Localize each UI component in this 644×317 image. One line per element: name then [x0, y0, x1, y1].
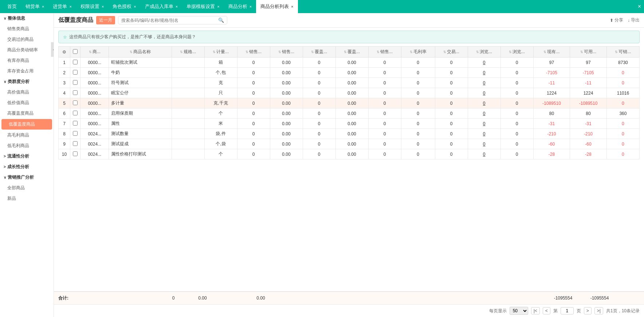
search-input[interactable] [121, 18, 218, 23]
row-no: 9 [59, 139, 70, 149]
nav-tab-purchase[interactable]: 进货单 × [48, 0, 76, 13]
nav-tab-roles[interactable]: 角色授权 × [108, 0, 140, 13]
sidebar-item-high-coverage[interactable]: 高覆盖度商品 [0, 108, 54, 119]
page-input[interactable] [561, 307, 574, 314]
row-sale3: 0 [368, 119, 401, 129]
table-container[interactable]: ⚙ ⇅商... ⇅商品名称 ⇅规格... ⇅计量... ⇅销售... ⇅销售..… [58, 46, 640, 291]
period-button[interactable]: 近一月 [96, 16, 115, 24]
sidebar-item-all-goods[interactable]: 全部商品 [0, 183, 54, 193]
sidebar-item-traded-goods[interactable]: 交易过的商品 [0, 34, 54, 45]
row-view1[interactable]: 0 [468, 68, 500, 78]
nav-tab-sales[interactable]: 销货单 × [21, 0, 48, 13]
row-gross: 0 [401, 129, 435, 139]
close-icon[interactable]: × [291, 0, 293, 13]
close-icon[interactable]: × [102, 0, 104, 13]
close-icon[interactable]: × [69, 0, 71, 13]
sidebar-item-low-value[interactable]: 低价值商品 [0, 98, 54, 108]
nav-tab-analysis-list[interactable]: 商品分析列表 × [256, 0, 298, 13]
nav-tab-products[interactable]: 产成品入库单 × [141, 0, 182, 13]
row-checkbox[interactable] [70, 98, 80, 108]
sidebar-section-marketing[interactable]: ∨ 营销推广分析 [0, 172, 54, 183]
row-stock2: -31 [570, 119, 607, 129]
close-icon[interactable]: × [134, 0, 136, 13]
row-stock2: -28 [570, 149, 607, 159]
nav-tab-home[interactable]: 首页 [3, 0, 21, 13]
col-checkbox[interactable] [70, 47, 80, 58]
close-all-button[interactable]: × [638, 3, 641, 10]
row-checkbox[interactable] [70, 108, 80, 119]
col-settings[interactable]: ⚙ [59, 47, 70, 58]
row-stock3: 0 [606, 68, 639, 78]
row-checkbox[interactable] [70, 149, 80, 159]
col-code: ⇅商... [80, 47, 109, 58]
row-name[interactable]: 启用保质期 [109, 108, 172, 119]
share-button[interactable]: ⬆ 分享 [610, 17, 623, 23]
row-name[interactable]: 符号测试 [109, 78, 172, 88]
close-icon[interactable]: × [217, 0, 219, 13]
page-label: 第 [553, 308, 558, 314]
page-size-select[interactable]: 50 100 200 [510, 307, 528, 315]
row-sale-qty: 0 [237, 149, 270, 159]
row-spec [172, 78, 204, 88]
row-checkbox[interactable] [70, 78, 80, 88]
sidebar-item-low-coverage[interactable]: 低覆盖度商品 [1, 119, 52, 130]
sidebar-item-high-value[interactable]: 高价值商品 [0, 87, 54, 98]
sidebar-section-overall[interactable]: ∨ 整体信息 [0, 13, 54, 24]
row-view1[interactable]: 0 [468, 78, 500, 88]
select-all-checkbox[interactable] [73, 49, 78, 54]
row-view2: 0 [500, 129, 533, 139]
row-stock2: -1089510 [570, 98, 607, 108]
row-view1[interactable]: 0 [468, 58, 500, 68]
next-page-button[interactable]: > [584, 307, 592, 314]
row-sale-qty: 0 [237, 119, 270, 129]
search-icon[interactable]: 🔍 [218, 17, 224, 23]
row-name[interactable]: 牛奶 [109, 68, 172, 78]
sidebar-item-new-goods[interactable]: 新品 [0, 193, 54, 204]
export-button[interactable]: ↓ 导出 [628, 17, 640, 23]
sidebar-item-sales-goods[interactable]: 销售类商品 [0, 24, 54, 34]
row-checkbox[interactable] [70, 139, 80, 149]
row-view1[interactable]: 0 [468, 98, 500, 108]
row-checkbox[interactable] [70, 88, 80, 98]
nav-tab-perms[interactable]: 权限设置 × [76, 0, 108, 13]
row-view1[interactable]: 0 [468, 129, 500, 139]
row-name[interactable]: 多计量 [109, 98, 172, 108]
nav-tab-analysis[interactable]: 商品分析 × [224, 0, 256, 13]
export-icon: ↓ [628, 18, 630, 23]
sidebar-item-low-gross[interactable]: 低毛利商品 [0, 140, 54, 151]
sidebar-section-flow[interactable]: > 流通性分析 [0, 151, 54, 162]
row-name[interactable]: 测试数量 [109, 129, 172, 139]
sidebar-item-in-stock[interactable]: 有库存商品 [0, 55, 54, 66]
sidebar-item-category-rate[interactable]: 商品分类动销率 [0, 45, 54, 55]
row-view1[interactable]: 0 [468, 108, 500, 119]
row-sale-qty: 0 [237, 58, 270, 68]
sidebar-section-cluster[interactable]: ∨ 类群度分析 [0, 76, 54, 87]
last-page-button[interactable]: >| [594, 307, 603, 314]
row-name[interactable]: 眠宝公仔 [109, 88, 172, 98]
row-unit: 箱 [204, 58, 237, 68]
row-view1[interactable]: 0 [468, 139, 500, 149]
row-view1[interactable]: 0 [468, 149, 500, 159]
sidebar-item-inventory-capital[interactable]: 库存资金占用 [0, 66, 54, 76]
close-icon[interactable]: × [176, 0, 178, 13]
sidebar-collapse-button[interactable]: « [51, 42, 54, 57]
row-name[interactable]: 属性 [109, 119, 172, 129]
row-checkbox[interactable] [70, 129, 80, 139]
close-icon[interactable]: × [250, 0, 252, 13]
row-checkbox[interactable] [70, 68, 80, 78]
row-view1[interactable]: 0 [468, 119, 500, 129]
row-spec [172, 139, 204, 149]
row-name[interactable]: 测试提成 [109, 139, 172, 149]
row-name[interactable]: 旺辅批次测试 [109, 58, 172, 68]
nav-tab-template[interactable]: 单据模板设置 × [182, 0, 224, 13]
first-page-button[interactable]: |< [531, 307, 540, 314]
close-icon[interactable]: × [42, 0, 44, 13]
prev-page-button[interactable]: < [543, 307, 550, 314]
row-sale3: 0 [368, 149, 401, 159]
row-view1[interactable]: 0 [468, 88, 500, 98]
sidebar-section-growth[interactable]: > 成长性分析 [0, 162, 54, 172]
row-checkbox[interactable] [70, 119, 80, 129]
row-name[interactable]: 属性价格打印测试 [109, 149, 172, 159]
row-checkbox[interactable] [70, 58, 80, 68]
sidebar-item-high-gross[interactable]: 高毛利商品 [0, 130, 54, 140]
